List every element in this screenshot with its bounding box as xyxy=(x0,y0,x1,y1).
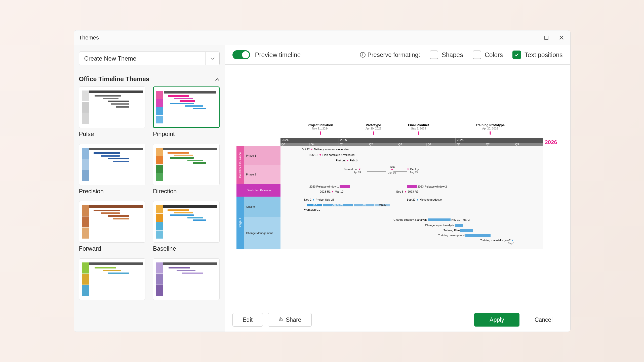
close-button[interactable] xyxy=(558,34,565,41)
shapes-checkbox[interactable] xyxy=(430,51,438,59)
themes-sidebar: Create New Theme Office Timeline Themes xyxy=(74,45,225,332)
info-icon: i xyxy=(360,52,366,58)
theme-forward[interactable]: Forward xyxy=(79,201,146,252)
cancel-button[interactable]: Cancel xyxy=(525,313,563,327)
themes-section-header[interactable]: Office Timeline Themes xyxy=(74,72,225,86)
share-icon xyxy=(278,316,283,323)
theme-baseline[interactable]: Baseline xyxy=(153,201,220,252)
chevron-down-icon xyxy=(206,52,219,65)
share-button[interactable]: Share xyxy=(268,313,311,327)
theme-precision[interactable]: Precision xyxy=(79,144,146,195)
edit-button[interactable]: Edit xyxy=(232,313,263,327)
create-theme-dropdown[interactable]: Create New Theme xyxy=(79,52,220,65)
theme-extra-2[interactable] xyxy=(153,258,220,300)
theme-pinpoint[interactable]: Pinpoint xyxy=(153,86,220,138)
theme-direction[interactable]: Direction xyxy=(153,144,220,195)
theme-pulse[interactable]: Pulse xyxy=(79,86,146,138)
timeline-preview-area: Project InitiationNov 11, 2024⬇ Prototyp… xyxy=(225,65,570,308)
theme-extra-1[interactable] xyxy=(79,258,146,300)
apply-button[interactable]: Apply xyxy=(474,313,519,327)
end-year-label: 2026 xyxy=(545,139,557,146)
colors-checkbox[interactable] xyxy=(473,51,481,59)
preserve-label: i Preserve formating: xyxy=(360,51,420,58)
chevron-up-icon xyxy=(215,75,220,83)
themes-dialog: Themes Create New Theme Office Timeline … xyxy=(74,30,571,332)
preview-toggle[interactable] xyxy=(232,50,250,59)
dialog-title: Themes xyxy=(79,34,99,41)
dialog-footer: Edit Share Apply Cancel xyxy=(225,308,570,332)
text-positions-checkbox[interactable] xyxy=(512,51,521,59)
preview-toolbar: Preview timeline i Preserve formating: S… xyxy=(225,45,570,65)
svg-rect-0 xyxy=(545,36,548,39)
maximize-button[interactable] xyxy=(543,34,550,41)
titlebar: Themes xyxy=(74,30,570,45)
